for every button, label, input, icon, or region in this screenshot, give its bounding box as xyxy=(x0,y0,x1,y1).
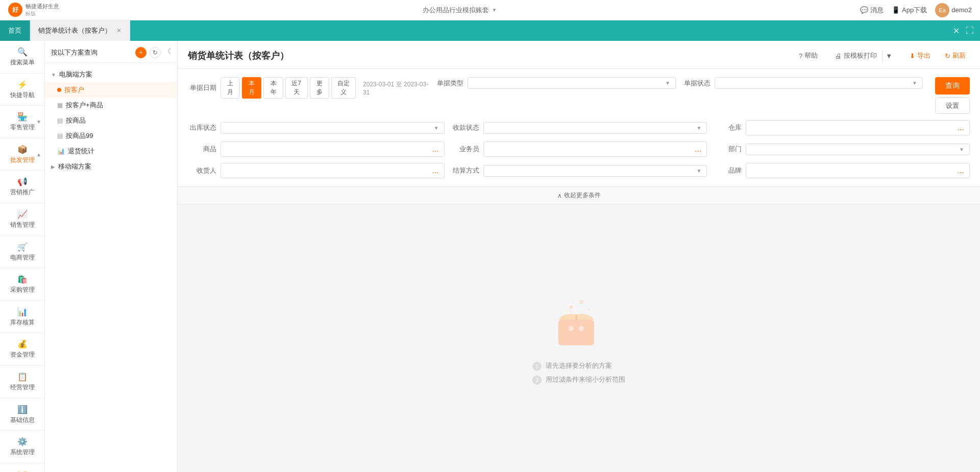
tree-mobile-header[interactable]: ▶ 移动端方案 xyxy=(45,159,177,174)
user-area[interactable]: Ea demo2 xyxy=(935,3,972,17)
hint-num-1: 1 xyxy=(532,362,542,371)
business-icon: 📋 xyxy=(17,372,28,382)
topbar-center: 办公用品行业模拟账套 ▼ xyxy=(423,6,497,15)
sidebar-item-inventory[interactable]: 📊 库存核算 xyxy=(0,301,44,334)
warehouse-filter: 仓库 ... xyxy=(713,120,970,135)
receipt-status-select[interactable]: ▼ xyxy=(483,122,707,134)
ecommerce-icon: 🛒 xyxy=(17,242,28,252)
desktop-section-label: 电脑端方案 xyxy=(59,70,92,79)
salesperson-dots[interactable]: ... xyxy=(695,145,701,154)
date-btn-this-month[interactable]: 本月 xyxy=(242,77,261,99)
template-print-arrow-icon[interactable]: ▼ xyxy=(882,50,895,62)
receipt-status-arrow-icon: ▼ xyxy=(696,125,701,131)
collapse-panel-btn[interactable]: 《 xyxy=(164,47,171,58)
sidebar-item-label-inventory: 库存核算 xyxy=(10,319,35,327)
warehouse-label: 仓库 xyxy=(713,123,742,132)
marketing-icon: 📢 xyxy=(17,177,28,186)
tree-node-return-stats[interactable]: 📊 退货统计 xyxy=(45,144,177,159)
receipt-status-filter: 收款状态 ▼ xyxy=(451,122,707,134)
tree-node-label-goods99: 按商品99 xyxy=(66,131,93,140)
tree-node-by-customer[interactable]: 按客户 xyxy=(45,82,177,98)
download-icon: 📱 xyxy=(892,6,900,14)
out-status-select[interactable]: ▼ xyxy=(220,122,445,134)
goods-select[interactable]: ... xyxy=(220,141,445,157)
refresh-btn[interactable]: ↻ 刷新 xyxy=(941,49,970,62)
receiver-dots[interactable]: ... xyxy=(432,166,438,175)
topbar: 好 畅捷通好生意 标版 办公用品行业模拟账套 ▼ 💬 消息 📱 App下载 Ea… xyxy=(0,0,980,20)
tabbar-maximize-icon[interactable]: ⛶ xyxy=(966,26,974,35)
sidebar-item-ecommerce[interactable]: 🛒 电商管理 xyxy=(0,236,44,269)
template-print-btn[interactable]: 🖨 按模板打印 ▼ xyxy=(828,47,899,64)
tree-node-by-goods[interactable]: ▤ 按商品 xyxy=(45,113,177,128)
template-print-main[interactable]: 🖨 按模板打印 xyxy=(832,49,880,62)
sidebar-item-label-basic: 基础信息 xyxy=(10,416,35,424)
sidebar-item-basic[interactable]: ℹ️ 基础信息 xyxy=(0,398,44,431)
sidebar-item-label-nav: 快捷导航 xyxy=(10,91,35,100)
doc-status-select[interactable]: ▼ xyxy=(715,77,923,89)
warehouse-select[interactable]: ... xyxy=(746,120,970,135)
brand-dots[interactable]: ... xyxy=(958,166,964,175)
tree-desktop-header[interactable]: ▼ 电脑端方案 xyxy=(45,67,177,82)
refresh-page-icon: ↻ xyxy=(945,52,950,60)
date-btn-custom[interactable]: 自定义 xyxy=(331,77,356,99)
brand-select[interactable]: ... xyxy=(746,163,970,178)
tree-node-by-customer-goods[interactable]: ▦ 按客户+商品 xyxy=(45,98,177,113)
settlement-select[interactable]: ▼ xyxy=(483,165,707,177)
tree-node-by-goods-99[interactable]: ▤ 按商品99 xyxy=(45,128,177,144)
sidebar-item-wholesale[interactable]: 📦 批发管理 ▲ xyxy=(0,138,44,171)
collapse-label: 收起更多条件 xyxy=(564,191,601,200)
goods-dots[interactable]: ... xyxy=(432,145,438,154)
date-btn-last7[interactable]: 近7天 xyxy=(285,77,308,99)
sidebar-item-sales[interactable]: 📈 销售管理 xyxy=(0,203,44,236)
doc-type-label: 单据类型 xyxy=(435,79,463,88)
avatar: Ea xyxy=(935,3,949,17)
tab-sales-stats[interactable]: 销货单统计表（按客户） ✕ xyxy=(30,20,130,41)
salesperson-select[interactable]: ... xyxy=(483,141,707,157)
tabbar-actions: ✕ ⛶ xyxy=(947,20,980,41)
message-btn[interactable]: 💬 消息 xyxy=(860,6,884,15)
sidebar-item-quick-nav[interactable]: ⚡ 快捷导航 xyxy=(0,74,44,106)
sidebar-item-business[interactable]: 📋 经营管理 xyxy=(0,366,44,398)
receiver-label: 收货人 xyxy=(188,166,216,175)
tabbar-close-icon[interactable]: ✕ xyxy=(953,26,960,36)
receipt-status-label: 收款状态 xyxy=(451,123,479,132)
tab-close-icon[interactable]: ✕ xyxy=(116,27,121,34)
sidebar-item-label-retail: 零售管理 xyxy=(10,124,35,132)
sidebar-item-search-menu[interactable]: 🔍 搜索菜单 xyxy=(0,41,44,74)
doc-type-select[interactable]: ▼ xyxy=(468,77,676,89)
brand-label: 品牌 xyxy=(713,166,742,175)
dept-select[interactable]: ▼ xyxy=(746,144,970,155)
export-icon: ⬇ xyxy=(910,52,915,60)
active-dot-icon xyxy=(57,88,61,92)
sidebar-item-marketing[interactable]: 📢 营销推广 xyxy=(0,171,44,203)
topbar-left: 好 畅捷通好生意 标版 xyxy=(8,3,59,17)
query-btn[interactable]: 查询 xyxy=(935,77,970,95)
collapse-row[interactable]: ∧ 收起更多条件 xyxy=(178,187,980,204)
finance-icon: 💰 xyxy=(17,339,28,349)
app-dropdown-arrow[interactable]: ▼ xyxy=(492,7,497,13)
receiver-select[interactable]: ... xyxy=(220,163,445,178)
export-btn[interactable]: ⬇ 导出 xyxy=(905,49,935,62)
date-btn-last-month[interactable]: 上月 xyxy=(220,77,240,99)
settlement-filter: 结算方式 ▼ xyxy=(451,165,707,177)
sidebar-item-retail[interactable]: 🏪 零售管理 ▼ xyxy=(0,106,44,138)
tab-home-label: 首页 xyxy=(8,26,21,35)
empty-svg-illustration xyxy=(548,292,609,353)
warehouse-dots[interactable]: ... xyxy=(958,123,964,132)
receiver-filter: 收货人 ... xyxy=(188,163,445,178)
date-range: 2023-03-01 至 2023-03-31 xyxy=(363,80,429,96)
sidebar-item-finance[interactable]: 💰 资金管理 xyxy=(0,333,44,366)
sidebar-item-enterprise[interactable]: 🤝 企业协同 xyxy=(0,463,44,472)
settings-btn[interactable]: 设置 xyxy=(935,98,970,114)
app-download-btn[interactable]: 📱 App下载 xyxy=(892,6,927,15)
tab-home[interactable]: 首页 xyxy=(0,20,30,41)
sidebar-item-purchase[interactable]: 🛍️ 采购管理 xyxy=(0,268,44,301)
help-btn[interactable]: ? 帮助 xyxy=(795,49,822,62)
sidebar-item-system[interactable]: ⚙️ 系统管理 xyxy=(0,431,44,463)
add-scheme-btn[interactable]: + xyxy=(135,47,146,58)
doc-status-filter: 单据状态 ▼ xyxy=(682,77,923,89)
refresh-scheme-btn[interactable]: ↻ xyxy=(150,47,161,58)
hint-text-2: 用过滤条件来缩小分析范围 xyxy=(546,375,625,384)
date-btn-more[interactable]: 更多 xyxy=(310,77,329,99)
date-btn-this-year[interactable]: 本年 xyxy=(263,77,283,99)
